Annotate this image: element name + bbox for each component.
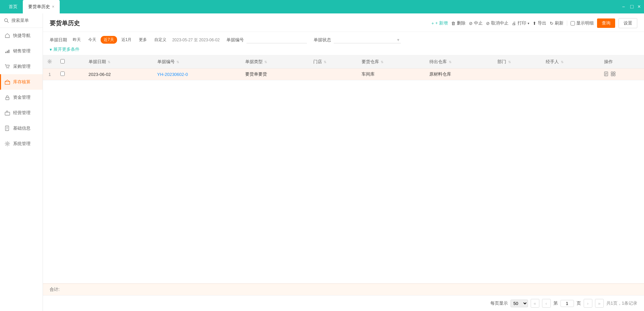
- row-edit-icon[interactable]: [604, 72, 609, 77]
- pagination: 每页显示 50 100 200 « ‹ 第 页 › » 共1页，1条记录: [43, 295, 644, 311]
- sidebar-search[interactable]: 搜索菜单: [0, 13, 43, 28]
- sidebar-item-sales[interactable]: 销售管理: [0, 43, 43, 59]
- query-button[interactable]: 查询: [597, 18, 615, 28]
- chart-icon: [4, 48, 10, 54]
- expand-filter-button[interactable]: ▾ 展开更多条件: [50, 46, 637, 52]
- code-filter-input[interactable]: [247, 37, 307, 43]
- print-icon: 🖨: [512, 21, 516, 26]
- header-actions: + + 新增 🗑 删除 ⊘ 中止 ⊘ 取消中止 🖨 打印: [431, 18, 637, 28]
- row-type: 要货单要货: [241, 69, 309, 80]
- prev-page-button[interactable]: ‹: [542, 299, 551, 308]
- next-page-button[interactable]: ›: [584, 299, 592, 308]
- maximize-icon[interactable]: □: [630, 4, 634, 10]
- page-title: 要货单历史: [50, 19, 80, 27]
- delete-button[interactable]: 🗑 删除: [451, 20, 466, 26]
- row-checkbox[interactable]: [56, 69, 85, 80]
- row-more-icon[interactable]: [611, 72, 615, 77]
- refresh-button[interactable]: ↻ 刷新: [550, 20, 564, 26]
- sidebar-item-quick-nav[interactable]: 快捷导航: [0, 28, 43, 43]
- lock-icon: [4, 94, 10, 100]
- briefcase-icon: [4, 110, 10, 116]
- filter-area: 单据日期 昨天 今天 近7天 近1月 更多 自定义 2023-05-27 至 2…: [43, 32, 644, 55]
- svg-rect-9: [5, 112, 10, 115]
- sort-code-icon: ⇅: [176, 60, 179, 64]
- th-type[interactable]: 单据类型 ⇅: [241, 55, 309, 69]
- close-icon[interactable]: ×: [638, 4, 641, 10]
- row-store: [309, 69, 358, 80]
- sidebar-item-operations[interactable]: 经营管理: [0, 105, 43, 121]
- sidebar-item-inventory[interactable]: 库存核算: [0, 74, 43, 90]
- sidebar-item-finance[interactable]: 资金管理: [0, 90, 43, 105]
- status-filter-group: 单据状态 ▾: [314, 37, 401, 43]
- sidebar-item-basic-info[interactable]: 基础信息: [0, 121, 43, 136]
- date-btn-7days[interactable]: 近7天: [101, 36, 117, 44]
- page-size-select[interactable]: 50 100 200: [511, 300, 528, 307]
- date-btn-1month[interactable]: 近1月: [118, 36, 135, 44]
- page-header: 要货单历史 + + 新增 🗑 删除 ⊘ 中止 ⊘ 取消中止: [43, 13, 644, 32]
- tab-home[interactable]: 首页: [3, 0, 23, 13]
- table-settings-cell[interactable]: [43, 55, 56, 69]
- new-button[interactable]: + + 新增: [431, 20, 448, 26]
- tab-bar: 首页 要货单历史 ×: [3, 0, 621, 13]
- home-icon: [4, 33, 10, 39]
- date-btn-today[interactable]: 今天: [85, 36, 99, 44]
- th-date[interactable]: 单据日期 ⇅: [85, 55, 153, 69]
- date-btn-more[interactable]: 更多: [136, 36, 150, 44]
- show-detail-toggle[interactable]: 显示明细: [571, 20, 594, 26]
- th-store[interactable]: 门店 ⇅: [309, 55, 358, 69]
- stop-icon: ⊘: [469, 21, 473, 26]
- date-btn-custom[interactable]: 自定义: [151, 36, 169, 44]
- filter-row: 单据日期 昨天 今天 近7天 近1月 更多 自定义 2023-05-27 至 2…: [50, 36, 637, 44]
- table-header-row: 单据日期 ⇅ 单据编号 ⇅ 单据类型 ⇅ 门店: [43, 55, 644, 69]
- th-out-warehouse[interactable]: 待出仓库 ⇅: [425, 55, 493, 69]
- tab-close-icon[interactable]: ×: [52, 4, 54, 9]
- row-handler: [542, 69, 600, 80]
- total-records-text: 共1页，1条记录: [606, 300, 637, 306]
- minimize-icon[interactable]: －: [621, 3, 626, 10]
- sidebar: 搜索菜单 快捷导航 销售管理 采购管理 库存核算: [0, 13, 43, 311]
- sort-type-icon: ⇅: [264, 60, 267, 64]
- status-dropdown-icon[interactable]: ▾: [397, 37, 401, 42]
- date-filter-label: 单据日期: [50, 37, 67, 43]
- table-row[interactable]: 1 2023-06-02 YH-20230602-0 要货单要货 车间库 原材料…: [43, 69, 644, 80]
- date-filter-group: 单据日期 昨天 今天 近7天 近1月 更多 自定义 2023-05-27 至 2…: [50, 36, 220, 44]
- svg-point-5: [7, 68, 7, 69]
- first-page-button[interactable]: «: [531, 299, 539, 308]
- cancel-stop-button[interactable]: ⊘ 取消中止: [486, 20, 508, 26]
- th-operation: 操作: [600, 55, 644, 69]
- select-all-checkbox[interactable]: [60, 59, 65, 63]
- top-bar: 首页 要货单历史 × － □ ×: [0, 0, 644, 13]
- svg-point-14: [7, 143, 8, 145]
- show-detail-checkbox[interactable]: [571, 21, 575, 26]
- svg-point-15: [49, 61, 50, 62]
- th-dept[interactable]: 部门 ⇅: [493, 55, 542, 69]
- row-select-checkbox[interactable]: [60, 72, 65, 76]
- checkbox-col[interactable]: [56, 55, 85, 69]
- svg-line-1: [7, 21, 9, 23]
- row-num: 1: [43, 69, 56, 80]
- settings-button[interactable]: 设置: [619, 18, 637, 28]
- sidebar-item-system[interactable]: 系统管理: [0, 136, 43, 151]
- cancel-icon: ⊘: [486, 21, 490, 26]
- svg-rect-2: [5, 52, 6, 53]
- doc-icon: [4, 125, 10, 131]
- th-req-warehouse[interactable]: 要货仓库 ⇅: [358, 55, 426, 69]
- export-button[interactable]: ⬆ 导出: [533, 20, 546, 26]
- cart-icon: [4, 63, 10, 70]
- page-number-input[interactable]: [560, 300, 574, 307]
- stop-button[interactable]: ⊘ 中止: [469, 20, 483, 26]
- last-page-button[interactable]: »: [595, 299, 604, 308]
- status-filter-input[interactable]: [334, 37, 397, 43]
- th-handler[interactable]: 经手人 ⇅: [542, 55, 600, 69]
- date-btn-yesterday[interactable]: 昨天: [70, 36, 84, 44]
- row-code[interactable]: YH-20230602-0: [153, 69, 241, 80]
- divider: [567, 20, 567, 26]
- code-filter-label: 单据编号: [226, 37, 244, 43]
- th-code[interactable]: 单据编号 ⇅: [153, 55, 241, 69]
- tab-requisition-history[interactable]: 要货单历史 ×: [23, 0, 60, 13]
- export-icon: ⬆: [533, 21, 536, 26]
- sidebar-item-purchase[interactable]: 采购管理: [0, 59, 43, 74]
- sort-store-icon: ⇅: [324, 60, 326, 64]
- search-icon: [3, 17, 9, 24]
- print-button[interactable]: 🖨 打印 ▾: [512, 20, 529, 26]
